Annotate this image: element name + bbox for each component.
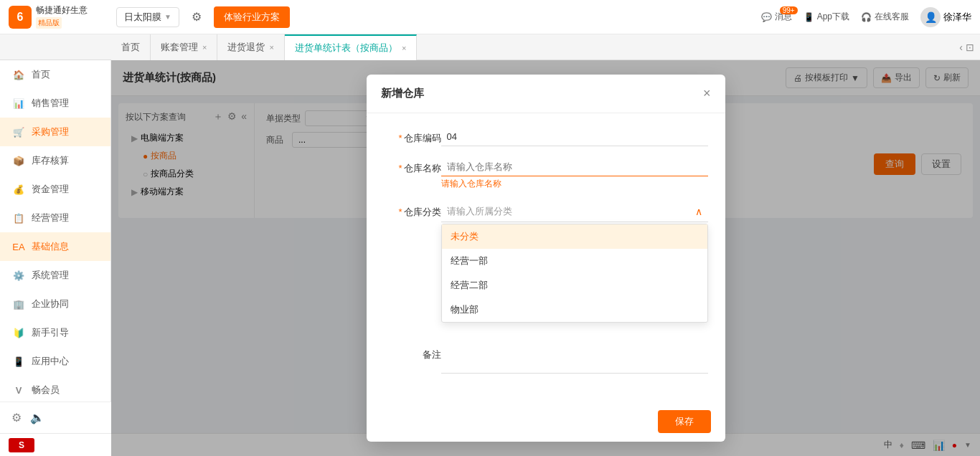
status-left: S: [9, 438, 34, 452]
dropdown-item-uncategorized[interactable]: 未分类: [442, 224, 707, 249]
headset-icon: 🎧: [861, 12, 872, 22]
tab-bar: 首页 账套管理 × 进货退货 × 进货单统计表（按商品） × ‹ ⊡: [0, 34, 980, 60]
top-header: 6 畅捷通好生意 精品版 日太阳膜 ▼ ⚙ 体验行业方案 💬 消息 99+ 📱 …: [0, 0, 980, 34]
tab-close-account[interactable]: ×: [202, 43, 207, 52]
modal-header: 新增仓库 ×: [367, 75, 725, 113]
save-button[interactable]: 保存: [658, 410, 711, 433]
sidebar: 🏠 首页 📊 销售管理 🛒 采购管理 📦 库存核算 💰 资金管理 📋 经营管理 …: [0, 60, 111, 456]
sidebar-bottom: ⚙ 🔈: [0, 402, 111, 433]
form-row-category: 仓库分类 请输入所属分类 ∧ 未分类 经营一部 经营二部 物业: [384, 201, 708, 222]
sidebar-item-inventory[interactable]: 📦 库存核算: [0, 146, 110, 175]
category-label: 仓库分类: [384, 201, 441, 219]
avatar: 👤: [920, 7, 941, 27]
form-row-name: 仓库名称 请输入仓库名称: [384, 158, 708, 190]
s-logo: S: [9, 438, 34, 452]
sidebar-item-member[interactable]: V 畅会员: [0, 376, 110, 404]
operation-icon: 📋: [11, 211, 26, 225]
code-field: [441, 128, 708, 146]
form-row-remark: 备注: [384, 344, 708, 376]
purchase-icon: 🛒: [11, 125, 26, 139]
category-field: 请输入所属分类 ∧ 未分类 经营一部 经营二部 物业部: [441, 201, 708, 222]
tab-purchase-stats[interactable]: 进货单统计表（按商品） ×: [285, 34, 417, 60]
dropdown-item-dept1[interactable]: 经营一部: [442, 249, 707, 273]
tab-close-stats[interactable]: ×: [402, 44, 406, 52]
modal-overlay: 新增仓库 × 仓库编码 仓库名称: [111, 60, 980, 456]
inventory-icon: 📦: [11, 153, 26, 168]
main-layout: 🏠 首页 📊 销售管理 🛒 采购管理 📦 库存核算 💰 资金管理 📋 经营管理 …: [0, 60, 980, 456]
name-field: 请输入仓库名称: [441, 158, 708, 190]
sales-icon: 📊: [11, 96, 26, 110]
tab-next-button[interactable]: ⊡: [966, 42, 974, 53]
sidebar-bottom-tools: ⚙ 🔈: [0, 407, 111, 429]
category-dropdown: 未分类 经营一部 经营二部 物业部: [441, 224, 708, 323]
dropdown-item-dept2[interactable]: 经营二部: [442, 273, 707, 298]
sidebar-item-operation[interactable]: 📋 经营管理: [0, 204, 110, 232]
tab-close-return[interactable]: ×: [269, 43, 273, 52]
modal-title: 新增仓库: [381, 87, 424, 100]
app-download-item[interactable]: 📱 App下载: [804, 11, 849, 23]
basic-icon: EA: [11, 239, 26, 254]
code-label: 仓库编码: [384, 128, 441, 145]
sidebar-item-system[interactable]: ⚙️ 系统管理: [0, 261, 110, 290]
mobile-icon: 📱: [804, 12, 814, 22]
tab-actions: ‹ ⊡: [953, 42, 980, 53]
system-icon: ⚙️: [11, 268, 26, 282]
message-item[interactable]: 💬 消息 99+: [761, 11, 792, 23]
form-row-code: 仓库编码: [384, 128, 708, 146]
modal-footer: 保存: [367, 402, 725, 442]
select-up-arrow-icon: ∧: [695, 206, 702, 217]
finance-icon: 💰: [11, 182, 26, 196]
tab-prev-button[interactable]: ‹: [959, 42, 963, 53]
settings-gear-icon[interactable]: ⚙: [11, 411, 22, 424]
speaker-icon[interactable]: 🔈: [30, 411, 44, 424]
sidebar-item-enterprise[interactable]: 🏢 企业协同: [0, 290, 110, 318]
code-input[interactable]: [441, 128, 708, 146]
home-icon: 🏠: [11, 67, 26, 82]
sidebar-item-apps[interactable]: 📱 应用中心: [0, 347, 110, 376]
header-middle: 日太阳膜 ▼ ⚙ 体验行业方案: [116, 6, 761, 29]
message-icon: 💬: [761, 12, 772, 22]
header-right: 💬 消息 99+ 📱 App下载 🎧 在线客服 👤 徐泽华: [761, 7, 971, 27]
guide-icon: 🔰: [11, 326, 26, 340]
sidebar-item-sales[interactable]: 📊 销售管理: [0, 89, 110, 118]
member-icon: V: [11, 383, 26, 397]
category-select[interactable]: 请输入所属分类 ∧: [441, 201, 708, 222]
content-area: 进货单统计(按商品) 🖨 按模板打印 ▼ 📤 导出 ↻ 刷新: [111, 60, 980, 456]
modal-body: 仓库编码 仓库名称 请输入仓库名称: [367, 113, 725, 402]
logo-text: 畅捷通好生意 精品版: [36, 5, 88, 29]
enterprise-icon: 🏢: [11, 297, 26, 311]
tab-purchase-return[interactable]: 进货退货 ×: [217, 34, 284, 60]
logo-area: 6 畅捷通好生意 精品版: [9, 5, 116, 29]
dropdown-item-dept3[interactable]: 物业部: [442, 298, 707, 322]
user-avatar-area[interactable]: 👤 徐泽华: [920, 7, 971, 27]
sidebar-item-purchase[interactable]: 🛒 采购管理: [0, 118, 110, 146]
modal-close-button[interactable]: ×: [703, 86, 711, 101]
sidebar-item-basic[interactable]: EA 基础信息: [0, 232, 110, 261]
apps-icon: 📱: [11, 354, 26, 369]
name-input[interactable]: [441, 158, 708, 176]
sidebar-item-guide[interactable]: 🔰 新手引导: [0, 318, 110, 347]
name-error-message: 请输入仓库名称: [441, 178, 708, 190]
logo-icon: 6: [9, 6, 32, 29]
sidebar-item-finance[interactable]: 💰 资金管理: [0, 175, 110, 204]
remark-input[interactable]: [441, 344, 708, 374]
online-service-item[interactable]: 🎧 在线客服: [861, 11, 909, 23]
settings-button[interactable]: ⚙: [185, 6, 208, 29]
tab-home[interactable]: 首页: [111, 34, 151, 60]
sidebar-item-home[interactable]: 🏠 首页: [0, 60, 110, 89]
name-label: 仓库名称: [384, 158, 441, 175]
remark-label: 备注: [384, 344, 441, 361]
tab-account[interactable]: 账套管理 ×: [151, 34, 217, 60]
dropdown-arrow-icon: ▼: [164, 13, 171, 21]
new-warehouse-modal: 新增仓库 × 仓库编码 仓库名称: [367, 75, 725, 442]
store-selector[interactable]: 日太阳膜 ▼: [116, 7, 179, 27]
remark-field: [441, 344, 708, 376]
try-industry-button[interactable]: 体验行业方案: [214, 6, 290, 28]
